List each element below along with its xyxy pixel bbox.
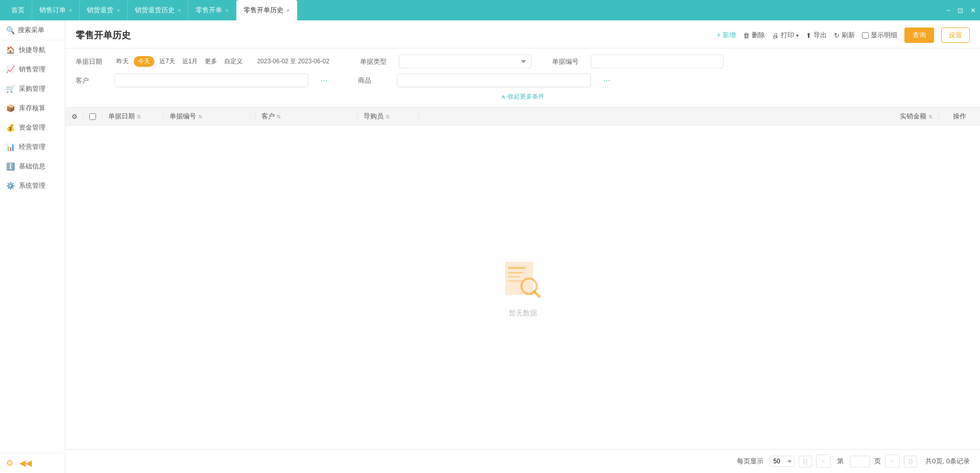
th-check[interactable] (84, 113, 102, 120)
sidebar-item-info[interactable]: ℹ️ 基础信息 (0, 157, 65, 176)
th-no[interactable]: 单据编号 ⇅ (163, 112, 255, 121)
next-page-btn[interactable]: ＞ (885, 455, 900, 468)
tab-sales-order[interactable]: 销售订单 × (32, 0, 80, 20)
collapse-sidebar-icon[interactable]: ◀◀ (19, 458, 32, 468)
sidebar-item-label: 销售管理 (19, 65, 45, 74)
content-area: 零售开单历史 + 新增 🗑 删除 🖨 打印 ▾ ⬆ 导出 ↻ (65, 20, 980, 473)
th-guide[interactable]: 导购员 ⇅ (357, 112, 419, 121)
date-options: 昨天 今天 近7天 近1月 更多 自定义 (114, 56, 245, 67)
customer-label: 客户 (76, 76, 104, 85)
sidebar-item-purchase[interactable]: 🛒 采购管理 (0, 79, 65, 98)
close-tab-sales-return-history[interactable]: × (178, 7, 181, 13)
empty-illustration (497, 257, 548, 303)
finance-icon: 💰 (6, 123, 15, 132)
last-page-btn[interactable]: ⟩⟩ (904, 456, 917, 467)
date-more[interactable]: 更多 (203, 56, 219, 67)
display-detail-label[interactable]: 显示明细 (862, 31, 897, 40)
close-tab-retail-open[interactable]: × (225, 7, 228, 13)
close-btn[interactable]: ✕ (970, 7, 976, 14)
bill-no-label: 单据编号 (552, 57, 581, 66)
tab-home[interactable]: 首页 (4, 0, 32, 20)
add-button[interactable]: + 新增 (717, 31, 736, 40)
date-custom[interactable]: 自定义 (222, 56, 245, 67)
display-detail-checkbox[interactable] (862, 32, 869, 39)
svg-rect-4 (508, 280, 522, 282)
sidebar-item-business[interactable]: 📊 经营管理 (0, 137, 65, 157)
business-icon: 📊 (6, 143, 15, 151)
pagination: 每页显示 50 20 100 ⟨⟨ ＜ 第 1 页 ＞ ⟩⟩ 共0页, 0条记录 (65, 449, 980, 473)
th-customer[interactable]: 客户 ⇅ (255, 112, 357, 121)
table-area: ⚙ 单据日期 ⇅ 单据编号 ⇅ 客户 ⇅ 导购员 (65, 108, 980, 473)
info-icon: ℹ️ (6, 162, 15, 170)
goods-ellipsis[interactable]: ··· (603, 76, 610, 85)
sidebar-item-label: 库存核算 (19, 104, 45, 113)
sidebar-footer: ⚙ ◀◀ (0, 453, 65, 473)
collapse-label: 收起更多条件 (508, 92, 544, 101)
refresh-icon: ↻ (834, 32, 840, 39)
page-input[interactable]: 1 (850, 456, 870, 467)
date-range-display: 2023-06-02 至 2023-06-02 (257, 57, 329, 66)
svg-rect-3 (508, 276, 520, 278)
bill-no-input[interactable] (591, 55, 724, 68)
sidebar-search[interactable]: 🔍 搜索采单 (0, 20, 65, 40)
settings-gear-icon[interactable]: ⚙ (6, 458, 13, 468)
close-tab-retail-history[interactable]: × (286, 7, 290, 13)
sidebar-item-system[interactable]: ⚙️ 系统管理 (0, 176, 65, 195)
tab-sales-return-history[interactable]: 销货退货历史 × (128, 0, 188, 20)
delete-button[interactable]: 🗑 删除 (743, 31, 765, 40)
date-7days[interactable]: 近7天 (157, 56, 177, 67)
close-tab-sales-order[interactable]: × (69, 7, 72, 13)
refresh-button[interactable]: ↻ 刷新 (834, 31, 855, 40)
th-settings[interactable]: ⚙ (65, 113, 84, 120)
sidebar-item-finance[interactable]: 💰 资金管理 (0, 118, 65, 137)
table-header: ⚙ 单据日期 ⇅ 单据编号 ⇅ 客户 ⇅ 导购员 (65, 108, 980, 126)
empty-text: 暂无数据 (509, 309, 537, 318)
select-all-checkbox[interactable] (89, 113, 96, 120)
close-tab-sales-return[interactable]: × (116, 7, 119, 13)
sidebar-item-label: 系统管理 (19, 181, 45, 190)
date-yesterday[interactable]: 昨天 (114, 56, 131, 67)
customer-input[interactable] (114, 73, 308, 87)
top-tabbar: 首页 销售订单 × 销货退货 × 销货退货历史 × 零售开单 × 零售开单历史 … (0, 0, 980, 20)
date-today[interactable]: 今天 (134, 56, 154, 67)
prev-page-btn[interactable]: ＜ (816, 455, 831, 468)
export-button[interactable]: ⬆ 导出 (806, 31, 827, 40)
first-page-btn[interactable]: ⟨⟨ (799, 456, 812, 467)
sidebar-item-label: 经营管理 (19, 142, 45, 152)
sidebar-item-label: 采购管理 (19, 84, 45, 93)
tab-retail-history[interactable]: 零售开单历史 × (236, 0, 297, 20)
empty-state: 暂无数据 (65, 126, 980, 449)
inventory-icon: 📦 (6, 104, 15, 112)
print-dropdown-icon: ▾ (796, 33, 799, 38)
date-1month[interactable]: 近1月 (180, 56, 200, 67)
collapse-bar[interactable]: ∧ 收起更多条件 (76, 92, 970, 101)
th-ops: 操作 (939, 112, 980, 121)
sidebar: 🔍 搜索采单 🏠 快捷导航 📈 销售管理 🛒 采购管理 📦 库存核算 💰 资金管… (0, 20, 65, 473)
sidebar-item-nav[interactable]: 🏠 快捷导航 (0, 40, 65, 60)
filter-area: 单据日期 昨天 今天 近7天 近1月 更多 自定义 2023-06-02 至 2… (65, 48, 980, 108)
th-amount[interactable]: 实销金额 ⇅ (419, 112, 939, 121)
sort-no-icon: ⇅ (198, 114, 202, 119)
column-settings-icon[interactable]: ⚙ (71, 113, 78, 120)
setting-button[interactable]: 设置 (941, 28, 970, 43)
page-size-select[interactable]: 50 20 100 (770, 456, 795, 467)
sidebar-item-inventory[interactable]: 📦 库存核算 (0, 98, 65, 118)
svg-point-7 (525, 282, 531, 288)
sidebar-item-sales[interactable]: 📈 销售管理 (0, 60, 65, 79)
print-button[interactable]: 🖨 打印 ▾ (772, 31, 799, 40)
restore-btn[interactable]: ⊡ (958, 7, 963, 14)
goods-input[interactable] (397, 73, 591, 87)
bill-type-select[interactable] (399, 55, 532, 68)
minimize-btn[interactable]: − (946, 7, 950, 14)
tab-sales-return[interactable]: 销货退货 × (80, 0, 127, 20)
th-date[interactable]: 单据日期 ⇅ (102, 112, 163, 121)
customer-ellipsis[interactable]: ··· (321, 76, 327, 85)
purchase-icon: 🛒 (6, 85, 15, 93)
tab-retail-open[interactable]: 零售开单 × (188, 0, 236, 20)
search-icon: 🔍 (6, 26, 15, 34)
page-size-label: 每页显示 (737, 457, 763, 466)
sales-icon: 📈 (6, 65, 15, 73)
goods-label: 商品 (358, 76, 387, 85)
query-button[interactable]: 查询 (904, 28, 934, 43)
system-icon: ⚙️ (6, 182, 15, 190)
